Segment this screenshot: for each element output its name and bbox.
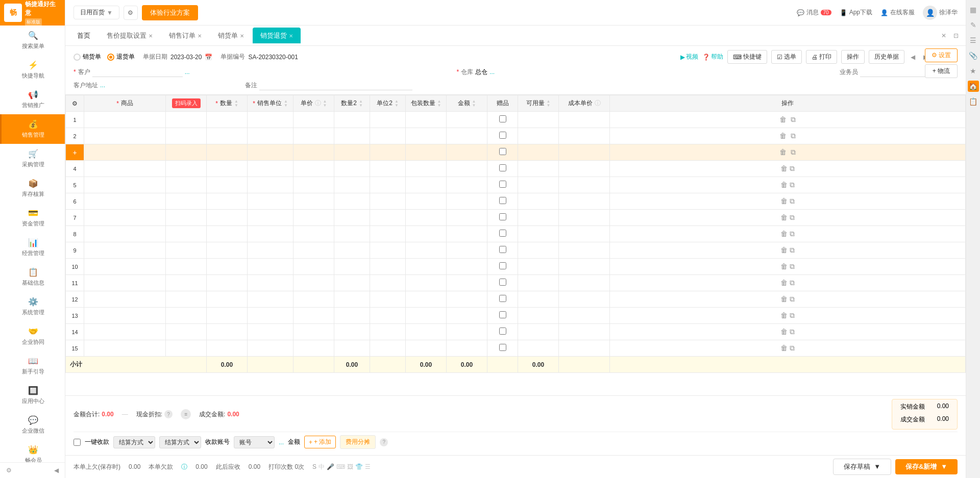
save-draft-btn[interactable]: 保存草稿 ▼	[833, 459, 892, 475]
gift-checkbox-2[interactable]	[499, 132, 506, 139]
delete-btn[interactable]: 🗑	[779, 196, 789, 206]
delete-btn[interactable]: 🗑	[779, 180, 789, 190]
gift-checkbox[interactable]	[499, 311, 506, 318]
scan-input-btn[interactable]: 扫码录入	[172, 98, 201, 108]
right-icon-attach[interactable]: 📎	[968, 50, 979, 61]
gift-checkbox[interactable]	[499, 328, 506, 335]
right-icon-home[interactable]: 🏠	[968, 81, 979, 92]
copy-btn[interactable]: ⧉	[789, 343, 796, 354]
unit2-sort[interactable]: ▲▼	[395, 99, 399, 108]
product-cell-2[interactable]	[84, 128, 166, 144]
topbar-gear-button[interactable]: ⚙	[124, 6, 138, 20]
online-service-button[interactable]: 👤 在线客服	[880, 8, 915, 17]
gift-checkbox-1[interactable]	[499, 115, 506, 122]
qty-cell-1[interactable]	[207, 112, 248, 128]
amount-cell-3[interactable]	[447, 144, 487, 161]
price-sort[interactable]: ▲▼	[323, 99, 327, 108]
product-input-3[interactable]	[87, 148, 162, 156]
price-cell-3[interactable]	[293, 144, 334, 161]
warehouse-select-btn[interactable]: ...	[489, 68, 495, 76]
tab-sales-delivery[interactable]: 销货单 ✕	[210, 28, 252, 43]
sidebar-item-basic[interactable]: 📋 基础信息	[0, 262, 65, 292]
sidebar-item-marketing[interactable]: 📢 营销推广	[0, 85, 65, 114]
price-cell-1[interactable]	[293, 112, 334, 128]
sidebar-item-finance[interactable]: 💳 资金管理	[0, 203, 65, 233]
app-download-button[interactable]: 📱 App下载	[840, 8, 872, 17]
sidebar-item-operations[interactable]: 📊 经营管理	[0, 233, 65, 262]
sidebar-collapse-icon[interactable]: ◀	[54, 467, 59, 474]
prev-btn[interactable]: ◀	[909, 53, 917, 62]
pack-cell-1[interactable]	[406, 112, 447, 128]
delete-btn[interactable]: 🗑	[779, 245, 789, 255]
qty2-cell-2[interactable]	[334, 128, 370, 144]
right-icon-grid[interactable]: ▦	[968, 4, 979, 15]
right-icon-list[interactable]: ☰	[968, 35, 979, 46]
tab-sales-return[interactable]: 销货退货 ✕	[253, 28, 301, 43]
price-cell-2[interactable]	[293, 128, 334, 144]
tab-price-setting[interactable]: 售价提取设置 ✕	[99, 28, 160, 43]
qty-cell-3[interactable]	[207, 144, 248, 161]
pack-cell-3[interactable]	[406, 144, 447, 161]
settlement-method-select[interactable]: 结算方式	[113, 436, 155, 448]
delete-btn[interactable]: 🗑	[779, 229, 789, 239]
delete-btn[interactable]: 🗑	[779, 326, 789, 337]
gift-checkbox[interactable]	[499, 279, 506, 286]
sidebar-item-search[interactable]: 🔍 搜索菜单	[0, 26, 65, 55]
window-maximize-button[interactable]: ⊡	[950, 32, 962, 39]
help-btn[interactable]: ❓ 帮助	[702, 53, 723, 61]
single-owe-value-icon[interactable]: ⓘ	[181, 463, 187, 471]
sidebar-item-enterprise[interactable]: 🤝 企业协同	[0, 321, 65, 351]
daily-goods-selector[interactable]: 日用百货 ▼	[74, 6, 119, 19]
delete-row-1[interactable]: 🗑	[778, 114, 788, 124]
gift-checkbox[interactable]	[499, 344, 506, 351]
logistics-side-btn[interactable]: + 物流	[925, 64, 958, 78]
calc-method-select[interactable]: 结算方式	[159, 436, 201, 448]
copy-btn[interactable]: ⧉	[789, 294, 796, 305]
gift-checkbox[interactable]	[499, 197, 506, 204]
copy-btn[interactable]: ⧉	[789, 212, 796, 223]
delete-btn[interactable]: 🗑	[779, 294, 789, 304]
copy-btn[interactable]: ⧉	[789, 326, 796, 337]
one-click-payment-checkbox[interactable]	[74, 439, 81, 446]
unit2-cell-2[interactable]	[370, 128, 406, 144]
gift-checkbox[interactable]	[499, 181, 506, 188]
unit2-cell-3[interactable]	[370, 144, 406, 161]
gift-checkbox[interactable]	[499, 230, 506, 237]
sidebar-item-apps[interactable]: 🔲 应用中心	[0, 381, 65, 410]
available-sort[interactable]: ▲▼	[547, 99, 551, 108]
right-icon-star[interactable]: ★	[968, 65, 979, 77]
shortcuts-btn[interactable]: ⌨ 快捷键	[727, 50, 767, 64]
delete-btn[interactable]: 🗑	[779, 310, 789, 320]
qty2-cell-1[interactable]	[334, 112, 370, 128]
message-button[interactable]: 💬 消息 70	[797, 8, 831, 17]
right-icon-clipboard[interactable]: 📋	[968, 96, 979, 107]
delete-row-3[interactable]: 🗑	[778, 147, 788, 157]
calendar-icon[interactable]: 📅	[205, 54, 212, 61]
gift-checkbox[interactable]	[499, 262, 506, 269]
gift-checkbox[interactable]	[499, 164, 506, 171]
account-select[interactable]: 账号	[234, 436, 275, 448]
copy-row-3[interactable]: ⧉	[790, 147, 797, 158]
window-close-button[interactable]: ✕	[938, 32, 949, 39]
add-fee-btn[interactable]: + + 添加	[304, 436, 336, 448]
tab-sales-order[interactable]: 销售订单 ✕	[161, 28, 209, 43]
sidebar-item-purchase[interactable]: 🛒 采购管理	[0, 144, 65, 173]
date-value[interactable]: 2023-03-20	[170, 54, 202, 61]
remark-input[interactable]	[259, 80, 412, 90]
copy-btn[interactable]: ⧉	[789, 310, 796, 321]
unit-sort[interactable]: ▲▼	[284, 99, 288, 108]
qty-sort[interactable]: ▲▼	[234, 99, 238, 108]
copy-btn[interactable]: ⧉	[789, 180, 796, 190]
expense-help-icon[interactable]: ?	[380, 438, 388, 446]
tab-home[interactable]: 首页	[69, 28, 98, 43]
sidebar-item-wechat[interactable]: 💬 企业微信	[0, 410, 65, 440]
gift-checkbox[interactable]	[499, 213, 506, 220]
equals-btn[interactable]: =	[181, 409, 191, 419]
save-new-dropdown-icon[interactable]: ▼	[941, 463, 947, 470]
copy-btn[interactable]: ⧉	[789, 245, 796, 256]
account-select-btn[interactable]: ...	[279, 439, 284, 446]
right-icon-edit[interactable]: ✎	[968, 19, 979, 31]
gift-checkbox[interactable]	[499, 295, 506, 302]
product-cell-1[interactable]	[84, 112, 166, 128]
copy-row-1[interactable]: ⧉	[790, 114, 797, 125]
